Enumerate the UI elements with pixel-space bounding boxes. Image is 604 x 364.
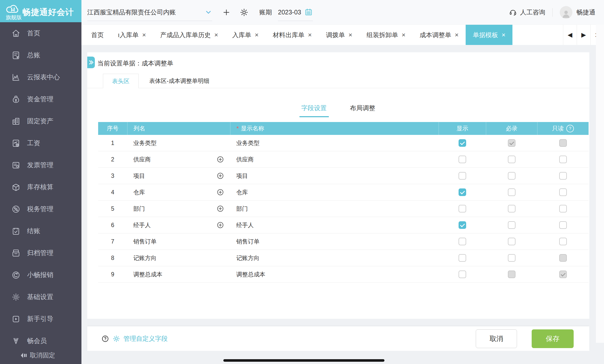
sidebar-item-payroll[interactable]: 工资 [0,132,81,154]
sidebar-item-member[interactable]: 畅会员 [0,330,81,352]
sidebar-item-archive[interactable]: 归档管理 [0,242,81,264]
tab-close-icon[interactable]: × [214,31,218,39]
support-button[interactable]: 人工咨询 [509,8,545,16]
brand-edition: 旗舰版 [6,14,22,21]
show-checkbox[interactable] [459,238,466,245]
sidebar-item-home[interactable]: 首页 [0,22,81,44]
column-header-readonly: 只读? [537,122,589,135]
member-icon [11,336,20,346]
add-field-icon[interactable] [217,172,224,180]
tab-close-icon[interactable]: × [349,31,352,39]
gear-icon [240,8,249,17]
tab-inbound-2[interactable]: 入库单× [225,25,266,45]
tab-close-icon[interactable]: × [455,31,459,39]
sidebar-item-inventory[interactable]: 库存核算 [0,176,81,198]
company-select[interactable]: 江西服宝精品有限责任公司内账 [87,4,212,21]
required-checkbox[interactable] [508,156,515,163]
sidebar-item-cloud-reports[interactable]: 云报表中心 [0,66,81,88]
readonly-cell [537,233,589,250]
readonly-checkbox[interactable] [559,188,567,196]
column-header-seq: 序号 [98,122,127,135]
help-icon[interactable]: ? [566,125,574,132]
tab-finished-goods-history[interactable]: 产成品入库单历史× [153,25,225,45]
sidebar-item-reimburse[interactable]: 小畅报销 [0,264,81,286]
add-account-button[interactable] [222,8,230,16]
column-header-label: 必录 [506,125,517,132]
show-checkbox[interactable] [459,221,466,229]
tab-label: 成本调整单 [420,31,451,39]
reimburse-icon [11,271,20,280]
unpin-sidebar-button[interactable]: 取消固定 [20,351,55,359]
cancel-button[interactable]: 取消 [476,329,517,348]
sidebar-item-fixed-assets[interactable]: 固定资产 [0,110,81,132]
show-checkbox[interactable] [459,139,466,147]
required-checkbox[interactable] [508,205,515,212]
add-field-icon[interactable] [217,188,224,196]
required-checkbox[interactable] [508,238,515,245]
manage-custom-fields-link[interactable]: 管理自定义字段 [101,334,168,343]
tab-assembly[interactable]: 组装拆卸单× [359,25,413,45]
sidebar-item-closing[interactable]: 结账 [0,220,81,242]
tab-close-icon[interactable]: × [502,31,505,39]
tabs-scroll-right-button[interactable]: ▶ [577,25,590,45]
required-checkbox[interactable] [508,188,515,196]
required-checkbox[interactable] [508,172,515,180]
area-tabs: 表头区表体区-成本调整单明细 [87,74,589,88]
account-settings-button[interactable] [240,8,249,17]
required-checkbox [508,139,515,147]
tab-layout-adjust[interactable]: 布局调整 [348,102,377,117]
sidebar-item-beginner-guide[interactable]: 新手引导 [0,308,81,330]
horizontal-scrollbar-thumb[interactable] [223,359,384,362]
building-icon [11,117,20,126]
table-header-row: 序号列名*显示名称显示必录只读? [98,122,589,135]
avatar[interactable] [560,6,572,19]
add-field-icon[interactable] [217,221,224,229]
required-checkbox[interactable] [508,254,515,262]
invoice-icon [11,161,20,170]
sidebar-item-label: 首页 [27,29,40,38]
show-checkbox[interactable] [459,172,466,180]
show-checkbox[interactable] [459,254,466,262]
sidebar-item-invoices[interactable]: 发票管理 [0,154,81,176]
save-button[interactable]: 保存 [532,329,574,348]
readonly-cell [537,250,589,266]
readonly-checkbox[interactable] [559,238,567,245]
tab-transfer[interactable]: 调拨单× [319,25,359,45]
tab-close-icon[interactable]: × [402,31,405,39]
sidebar-item-general-ledger[interactable]: 总账 [0,44,81,66]
archive-icon [11,249,20,258]
tab-cost-adjust[interactable]: 成本调整单× [413,25,466,45]
show-checkbox[interactable] [459,271,466,278]
sidebar-item-tax[interactable]: 税务管理 [0,198,81,220]
tab-doc-template[interactable]: 单据模板× [466,25,512,45]
tab-home[interactable]: 首页 [84,25,111,45]
tab-header-area[interactable]: 表头区 [103,74,139,88]
required-checkbox[interactable] [508,221,515,229]
ledger-icon [11,51,20,60]
required-cell [486,135,537,151]
tab-close-icon[interactable]: × [255,31,258,39]
readonly-checkbox[interactable] [559,205,567,212]
collapse-panel-button[interactable] [87,57,95,68]
tab-field-settings[interactable]: 字段设置 [299,102,329,117]
period-select[interactable]: 2023-03 [278,4,313,21]
tab-inbound-1[interactable]: ı入库单× [111,25,153,45]
display-name-cell: 项目 [230,168,439,184]
readonly-checkbox[interactable] [559,156,567,163]
readonly-checkbox[interactable] [559,221,567,229]
sidebar-item-funds[interactable]: 资金管理 [0,88,81,110]
show-checkbox[interactable] [459,156,466,163]
sidebar-item-label: 新手引导 [27,314,53,323]
readonly-checkbox[interactable] [559,172,567,180]
add-field-icon[interactable] [217,205,224,212]
add-field-icon[interactable] [217,156,224,163]
column-header-show: 显示 [439,122,486,135]
tab-material-outbound[interactable]: 材料出库单× [266,25,319,45]
tab-body-area[interactable]: 表体区-成本调整单明细 [147,74,212,88]
sidebar-item-basic-settings[interactable]: 基础设置 [0,286,81,308]
tabs-scroll-left-button[interactable]: ◀ [563,25,577,45]
show-checkbox[interactable] [459,205,466,212]
tab-close-icon[interactable]: × [142,31,146,39]
tab-close-icon[interactable]: × [308,31,312,39]
show-checkbox[interactable] [459,188,466,196]
